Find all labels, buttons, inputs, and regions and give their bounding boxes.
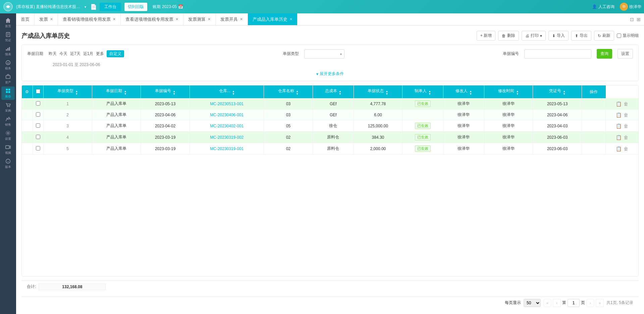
expand-button[interactable]: ▾ 展开更多条件 xyxy=(316,71,344,77)
setting-button[interactable]: 设置 xyxy=(618,49,633,59)
th-wh-name[interactable]: 仓库名称 ▲▼ xyxy=(264,85,313,98)
row-checkbox[interactable] xyxy=(36,123,40,128)
row-number-link[interactable]: MC-20230402-001 xyxy=(210,124,244,128)
sidebar-item-sale[interactable]: 销售 xyxy=(1,115,15,128)
export-button[interactable]: ⬆ 导出 xyxy=(571,31,591,41)
close-tab-invoice[interactable]: ✕ xyxy=(50,17,53,21)
row-edit-icon[interactable]: 📋 xyxy=(616,123,622,129)
row-number[interactable]: MC-20230319-002 xyxy=(190,132,264,143)
sidebar-item-asset[interactable]: 资产 xyxy=(1,72,15,86)
close-tab-invoice-open[interactable]: ✕ xyxy=(240,17,243,21)
company-name[interactable]: (库存核算) 直播轻纯通信息技术股份... ▾ xyxy=(16,4,86,10)
import-button[interactable]: ⬇ 导入 xyxy=(548,31,569,41)
query-button[interactable]: 查询 xyxy=(597,49,612,59)
new-button[interactable]: + 新增 xyxy=(477,31,495,41)
row-edit-icon[interactable]: 📋 xyxy=(616,135,622,140)
row-edit-icon[interactable]: 📋 xyxy=(616,101,622,107)
tab-invoice-open[interactable]: 发票开具✕ xyxy=(216,13,248,25)
row-number-link[interactable]: MC-20230406-001 xyxy=(210,113,244,117)
row-number-link[interactable]: MC-20230319-001 xyxy=(210,146,244,151)
sidebar-item-video[interactable]: 视频 xyxy=(1,143,15,156)
row-edit-icon[interactable]: 📋 xyxy=(616,146,622,151)
type-select[interactable]: 产品入库单 xyxy=(304,49,344,59)
row-delete-icon[interactable]: 🗑 xyxy=(624,101,628,107)
sidebar-item-inventory[interactable]: 库存 xyxy=(1,86,15,100)
row-checkbox[interactable] xyxy=(36,112,40,117)
sidebar-item-voucher[interactable]: 凭证 xyxy=(1,30,15,44)
calendar-icon[interactable]: 📅 xyxy=(178,4,183,9)
row-delete-icon[interactable]: 🗑 xyxy=(624,146,628,151)
sidebar-item-report[interactable]: 报表 xyxy=(1,44,15,58)
per-page-select[interactable]: 50 100 200 xyxy=(524,299,541,307)
close-tab-purchase-vat[interactable]: ✕ xyxy=(175,17,178,21)
close-tab-invoice-calc[interactable]: ✕ xyxy=(208,17,211,21)
row-check[interactable] xyxy=(33,143,43,154)
date-1month[interactable]: 近1月 xyxy=(83,51,94,57)
print-button[interactable]: 🖨 打印 ▾ xyxy=(522,31,546,41)
tab-maximize-icon[interactable]: ⊞ xyxy=(637,17,641,22)
row-number[interactable]: MC-20230319-001 xyxy=(190,143,264,154)
date-yesterday[interactable]: 昨天 xyxy=(49,51,57,57)
th-voucher[interactable]: 凭证号 ▲▼ xyxy=(533,85,582,98)
tab-purchase-vat[interactable]: 查看进项增值税专用发票✕ xyxy=(121,13,183,25)
tab-restore-icon[interactable]: ⊡ xyxy=(630,17,634,22)
date-more[interactable]: 更多 xyxy=(96,51,104,57)
th-cost[interactable]: 总成本 ▲▼ xyxy=(313,85,354,98)
sidebar-item-version[interactable]: V 版本 xyxy=(1,157,15,170)
number-input[interactable] xyxy=(524,49,591,59)
workbench-button[interactable]: 工作台 xyxy=(100,3,121,11)
row-check[interactable] xyxy=(33,110,43,120)
prev-page-button[interactable]: ‹ xyxy=(553,299,561,307)
sidebar-item-tax[interactable]: 税 税务 xyxy=(1,58,15,72)
th-creator[interactable]: 制单人 ▲▼ xyxy=(402,85,443,98)
row-delete-icon[interactable]: 🗑 xyxy=(624,123,628,129)
row-checkbox[interactable] xyxy=(36,135,40,139)
show-detail-checkbox-label[interactable]: 显示明细 xyxy=(617,33,639,39)
th-date[interactable]: 单据日期 ▲▼ xyxy=(92,85,141,98)
th-settings[interactable]: ⚙ xyxy=(22,85,33,98)
date-today[interactable]: 今天 xyxy=(59,51,67,57)
tab-product-history[interactable]: 产成品入库单历史✕ xyxy=(248,13,298,25)
tab-invoice-calc[interactable]: 发票测算✕ xyxy=(183,13,216,25)
th-status[interactable]: 单据状态 ▲▼ xyxy=(354,85,402,98)
select-all-checkbox[interactable] xyxy=(36,89,40,93)
row-checkbox[interactable] xyxy=(36,146,40,150)
row-number[interactable]: MC-20230406-001 xyxy=(190,110,264,120)
tab-invoice[interactable]: 发票✕ xyxy=(35,13,58,25)
row-edit-icon[interactable]: 📋 xyxy=(616,112,622,118)
row-number-link[interactable]: MC-20230319-002 xyxy=(210,135,244,140)
show-detail-checkbox[interactable] xyxy=(617,34,621,38)
close-tab-sales-vat[interactable]: ✕ xyxy=(113,17,116,21)
close-tab-product-history[interactable]: ✕ xyxy=(289,17,292,21)
next-page-button[interactable]: › xyxy=(586,299,594,307)
customer-service-button[interactable]: 👤 人工咨询 xyxy=(592,4,614,10)
switch-version-button[interactable]: 切到旧版 xyxy=(124,3,147,11)
sidebar-item-purchase[interactable]: 采购 xyxy=(1,101,15,114)
sidebar-item-home[interactable]: 首页 xyxy=(1,16,15,29)
row-check[interactable] xyxy=(33,132,43,143)
row-check[interactable] xyxy=(33,120,43,132)
delete-button[interactable]: 🗑 删除 xyxy=(498,31,519,41)
th-number[interactable]: 单据编号 ▲▼ xyxy=(141,85,190,98)
tab-home[interactable]: 首页 xyxy=(16,13,35,25)
row-number-link[interactable]: MC-20230513-001 xyxy=(210,102,244,106)
row-delete-icon[interactable]: 🗑 xyxy=(624,112,628,118)
row-checkbox[interactable] xyxy=(36,101,40,106)
tab-sales-vat[interactable]: 查看销项增值税专用发票✕ xyxy=(58,13,121,25)
th-check[interactable] xyxy=(33,85,43,98)
sidebar-item-settings[interactable]: 设置 xyxy=(1,129,15,142)
user-menu[interactable]: 华 徐泽华 xyxy=(620,3,641,11)
th-type[interactable]: 单据类型 ▲▼ xyxy=(43,85,92,98)
row-number[interactable]: MC-20230513-001 xyxy=(190,98,264,110)
th-modifier[interactable]: 修改人 ▲▼ xyxy=(443,85,484,98)
date-7days[interactable]: 近7天 xyxy=(70,51,80,57)
th-modify-time[interactable]: 修改时间 ▲▼ xyxy=(484,85,533,98)
date-custom[interactable]: 自定义 xyxy=(107,50,124,57)
refresh-button[interactable]: ↻ 刷新 xyxy=(594,31,614,41)
first-page-button[interactable]: « xyxy=(543,299,551,307)
last-page-button[interactable]: » xyxy=(596,299,604,307)
page-number-input[interactable] xyxy=(568,299,580,307)
row-check[interactable] xyxy=(33,98,43,110)
th-wh-code[interactable]: 仓库... ▲▼ xyxy=(190,85,264,98)
row-number[interactable]: MC-20230402-001 xyxy=(190,120,264,132)
